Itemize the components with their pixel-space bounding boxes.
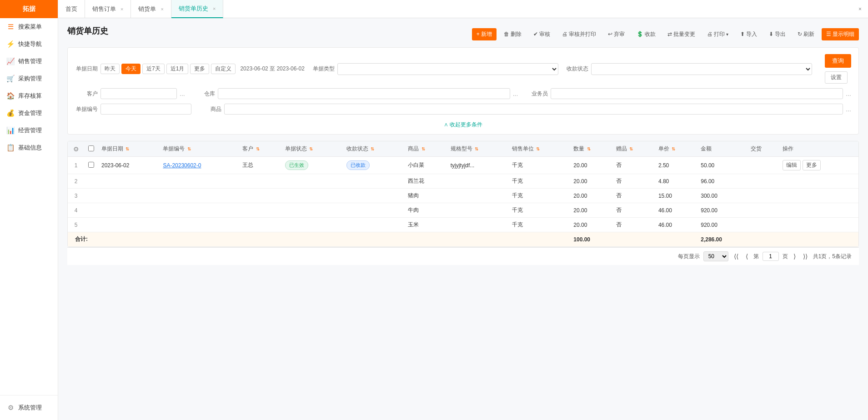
row-price: 15.00: [655, 189, 697, 203]
sidebar-label-sys-mgmt: 系统管理: [18, 404, 42, 412]
tab-sales-history-close[interactable]: ×: [213, 6, 216, 11]
row-spec: tyjyjtyjdf...: [447, 157, 508, 174]
settings-gear-icon[interactable]: ⚙: [73, 145, 79, 153]
goods-input[interactable]: [224, 104, 843, 115]
col-customer[interactable]: 客户 ⇅: [239, 141, 281, 157]
export-icon: ⬇: [769, 31, 773, 37]
row-qty: 20.00: [570, 174, 612, 189]
col-unit[interactable]: 销售单位 ⇅: [508, 141, 570, 157]
col-price[interactable]: 单价 ⇅: [655, 141, 697, 157]
edit-button[interactable]: 编辑: [783, 160, 801, 170]
review-print-button[interactable]: 🖨 审核并打印: [557, 28, 601, 40]
col-collect-status-sort-icon: ⇅: [371, 146, 374, 151]
col-date[interactable]: 单据日期 ⇅: [98, 141, 159, 157]
collapse-button[interactable]: ∧ 收起更多条件: [444, 121, 482, 129]
page-next-button[interactable]: ⟩: [792, 253, 798, 260]
doc-status-badge: 已生效: [285, 160, 308, 170]
sidebar-item-sys-mgmt[interactable]: ⚙ 系统管理: [0, 399, 58, 416]
select-all-checkbox[interactable]: [88, 145, 94, 151]
goods-dots[interactable]: ...: [846, 105, 851, 113]
col-spec[interactable]: 规格型号 ⇅: [447, 141, 508, 157]
sidebar-item-base-info[interactable]: 📋 基础信息: [0, 139, 58, 156]
collect-status-label: 收款状态: [566, 65, 588, 73]
tab-sales-history[interactable]: 销货单历史 ×: [171, 0, 223, 18]
date-btn-7days[interactable]: 近7天: [142, 64, 165, 74]
delete-button[interactable]: 🗑 删除: [499, 28, 526, 40]
print-button[interactable]: 🖨 打印 ▾: [702, 28, 733, 40]
warehouse-input[interactable]: [218, 88, 510, 99]
sidebar-item-quick-nav[interactable]: ⚡ 快捷导航: [0, 35, 58, 53]
row-collect-status: [343, 189, 404, 203]
col-doc-no[interactable]: 单据编号 ⇅: [159, 141, 239, 157]
date-btn-more[interactable]: 更多: [190, 64, 209, 74]
tab-home[interactable]: 首页: [58, 0, 85, 18]
date-btn-custom[interactable]: 自定义: [211, 64, 236, 74]
row-date: 2023-06-02: [98, 157, 159, 174]
row-trade: [747, 174, 779, 189]
staff-input[interactable]: [551, 88, 843, 99]
export-button[interactable]: ⬇ 导出: [764, 28, 790, 40]
new-button[interactable]: + 新增: [472, 28, 497, 40]
filter-item-goods: 商品 ...: [199, 104, 851, 115]
col-price-label: 单价: [658, 145, 669, 152]
tab-sales-goods-close[interactable]: ×: [161, 6, 163, 12]
col-collect-status[interactable]: 收款状态 ⇅: [343, 141, 404, 157]
customer-dots[interactable]: ...: [180, 90, 185, 97]
row-checkbox-cell: [84, 157, 98, 174]
sidebar-item-inventory-calc[interactable]: 🏠 库存核算: [0, 87, 58, 105]
abandon-button[interactable]: ↩ 弃审: [603, 28, 629, 40]
query-button[interactable]: 查询: [825, 54, 851, 68]
row-customer: [239, 174, 281, 189]
show-detail-button[interactable]: ☰ 显示明细: [822, 28, 859, 40]
tab-sales-order-close[interactable]: ×: [120, 6, 123, 12]
abandon-icon: ↩: [608, 31, 612, 37]
review-button[interactable]: ✔ 审核: [529, 28, 555, 40]
collect-status-select[interactable]: [591, 63, 812, 75]
row-action: 编辑 更多: [779, 157, 858, 174]
show-detail-icon: ☰: [826, 31, 831, 37]
col-goods[interactable]: 商品 ⇅: [404, 141, 447, 157]
page-prev-button[interactable]: ⟨: [744, 253, 750, 260]
tab-close-all[interactable]: ×: [852, 6, 868, 12]
date-btn-1month[interactable]: 近1月: [166, 64, 189, 74]
import-button[interactable]: ⬆ 导入: [736, 28, 762, 40]
doc-no-input[interactable]: [100, 104, 191, 115]
per-page-label: 每页显示: [678, 253, 700, 260]
row-checkbox[interactable]: [88, 162, 94, 168]
doc-no-link[interactable]: SA-20230602-0: [163, 162, 201, 169]
col-date-label: 单据日期: [101, 145, 123, 152]
warehouse-dots[interactable]: ...: [513, 90, 518, 97]
tab-sales-order-label: 销售订单: [92, 5, 116, 13]
table-row: 5 玉米 千克 20.00 否 46.00 920.00: [68, 218, 858, 232]
doc-type-select[interactable]: [337, 63, 558, 75]
refresh-button[interactable]: ↻ 刷新: [793, 28, 819, 40]
date-btn-today[interactable]: 今天: [121, 64, 140, 74]
date-btn-yesterday[interactable]: 昨天: [100, 64, 120, 74]
row-doc-no[interactable]: SA-20230602-0: [159, 157, 239, 174]
tab-sales-goods[interactable]: 销货单 ×: [131, 0, 171, 18]
set-button[interactable]: 设置: [825, 71, 848, 84]
page-last-button[interactable]: ⟩⟩: [801, 253, 809, 260]
col-doc-status[interactable]: 单据状态 ⇅: [281, 141, 343, 157]
sidebar-label-sales-mgmt: 销售管理: [18, 57, 42, 65]
col-qty-label: 数量: [573, 145, 584, 152]
sidebar-item-operation-mgmt[interactable]: 📊 经营管理: [0, 122, 58, 139]
customer-input[interactable]: [100, 88, 177, 99]
sidebar-item-purchase-mgmt[interactable]: 🛒 采购管理: [0, 70, 58, 87]
sidebar-item-fund-mgmt[interactable]: 💰 资金管理: [0, 105, 58, 122]
row-customer: 王总: [239, 157, 281, 174]
col-qty[interactable]: 数量 ⇅: [570, 141, 612, 157]
per-page-select[interactable]: 50 100: [703, 251, 728, 261]
tab-sales-order[interactable]: 销售订单 ×: [85, 0, 131, 18]
staff-dots[interactable]: ...: [846, 90, 851, 97]
sidebar-item-search-menu[interactable]: ☰ 搜索菜单: [0, 18, 58, 35]
page-first-button[interactable]: ⟨⟨: [732, 253, 740, 260]
batch-change-button[interactable]: ⇄ 批量变更: [663, 28, 700, 40]
col-gift[interactable]: 赠品 ⇅: [612, 141, 655, 157]
more-button[interactable]: 更多: [803, 160, 821, 170]
sidebar-item-sales-mgmt[interactable]: 📈 销售管理: [0, 53, 58, 70]
col-settings[interactable]: ⚙: [68, 141, 84, 157]
collect-button[interactable]: 💲 收款: [632, 28, 660, 40]
page-input[interactable]: [763, 252, 779, 261]
customer-label: 客户: [75, 90, 98, 98]
